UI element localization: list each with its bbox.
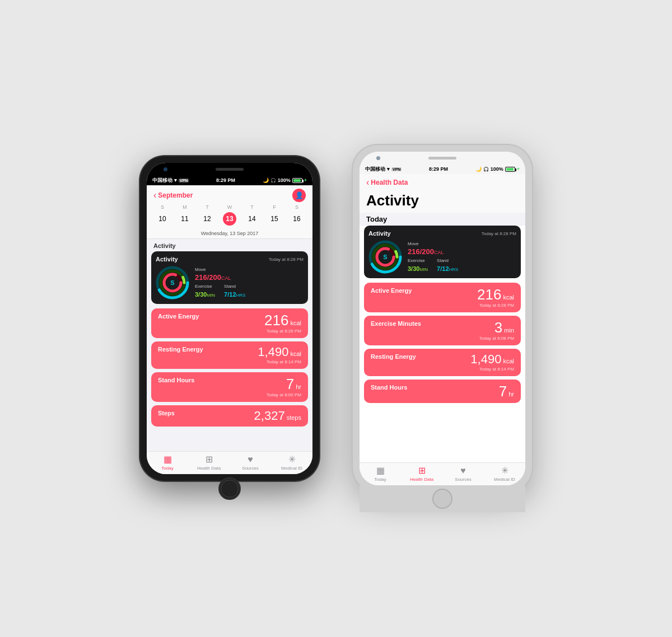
cal-date-12[interactable]: 12 xyxy=(200,212,214,226)
w-exercise-minutes-value: 3 min xyxy=(479,320,514,335)
profile-icon[interactable]: 👤 xyxy=(292,189,306,202)
w-exercise-minutes-label: Exercise Minutes xyxy=(371,320,421,327)
cal-date-10[interactable]: 10 xyxy=(156,212,169,226)
tab-today[interactable]: ▦ Today xyxy=(147,454,188,471)
move-label-white: Move xyxy=(408,241,516,246)
battery-icon xyxy=(292,178,302,183)
activity-card[interactable]: Activity Today at 8:28 PM xyxy=(151,251,308,304)
activity-card-title: Activity xyxy=(156,256,178,263)
tab-sources[interactable]: ♥ Sources xyxy=(230,455,271,471)
home-button-area xyxy=(360,485,525,512)
today-icon: ▦ xyxy=(164,454,172,465)
cal-date-11[interactable]: 11 xyxy=(178,212,192,226)
wifi-icon: ▾ xyxy=(174,177,177,183)
activity-section-label: Activity xyxy=(147,239,312,251)
svg-text:S: S xyxy=(170,279,174,286)
w-tab-medical-id[interactable]: ✳ Medical ID xyxy=(484,465,525,482)
back-button-white[interactable]: Health Data xyxy=(366,177,408,188)
svg-text:S: S xyxy=(383,254,387,260)
back-label: September xyxy=(158,191,193,199)
activity-card-title-white: Activity xyxy=(368,230,391,237)
nav-header-white: Health Data xyxy=(360,174,525,190)
metric-stand-hours[interactable]: Stand Hours 7 hr Today at 8:00 PM xyxy=(151,372,308,402)
tab-medical-id[interactable]: ✳ Medical ID xyxy=(271,454,312,471)
w-metric-exercise-minutes[interactable]: Exercise Minutes 3 min Today at 6:08 PM xyxy=(364,316,521,345)
activity-card-white[interactable]: Activity Today at 8:28 PM S xyxy=(364,226,521,278)
exercise-stat-white: Exercise 3/30MIN xyxy=(408,258,428,273)
battery-percent-white: 100% xyxy=(491,166,503,172)
w-stand-hours-label: Stand Hours xyxy=(371,384,407,391)
w-active-energy-time: Today at 8:28 PM xyxy=(477,303,514,308)
moon-icon: 🌙 xyxy=(263,177,269,183)
activity-card-time-white: Today at 8:28 PM xyxy=(482,231,516,236)
health-data-icon: ⊞ xyxy=(206,454,213,465)
page-title-white: Activity xyxy=(360,190,525,213)
wifi-icon-white: ▾ xyxy=(387,166,390,172)
metric-resting-energy[interactable]: Resting Energy 1,490 kcal Today at 8:14 … xyxy=(151,341,308,369)
tab-health-data[interactable]: ⊞ Health Data xyxy=(188,454,230,471)
cal-date-13-today[interactable]: 13 xyxy=(223,212,236,226)
time: 8:29 PM xyxy=(216,177,235,183)
stand-stat-white: Stand 7/12HRS xyxy=(437,258,458,273)
metric-active-energy[interactable]: Active Energy 216 kcal Today at 8:28 PM xyxy=(151,308,308,338)
move-label: Move xyxy=(195,267,304,272)
calendar-grid: S M T W T F S 10 11 12 13 14 15 16 xyxy=(147,204,312,229)
status-bar-white: 中国移动 ▾ VPN 8:29 PM 🌙 🎧 100% + xyxy=(360,164,525,174)
activity-card-time: Today at 8:28 PM xyxy=(269,257,304,262)
battery-percent: 100% xyxy=(278,177,291,183)
carrier-white: 中国移动 xyxy=(365,166,385,173)
speaker xyxy=(216,168,244,171)
exercise-stat: Exercise 3/30MIN xyxy=(195,284,215,299)
medical-id-icon: ✳ xyxy=(288,454,296,465)
active-energy-value: 216 kcal xyxy=(264,313,301,327)
status-bar: 中国移动 ▾ VPN 8:29 PM 🌙 🎧 100% + xyxy=(147,175,312,185)
activity-rings-white: S xyxy=(368,240,402,274)
dark-phone: 中国移动 ▾ VPN 8:29 PM 🌙 🎧 100% + xyxy=(140,156,319,481)
w-exercise-minutes-time: Today at 6:08 PM xyxy=(479,336,514,341)
stand-hours-value: 7 hr xyxy=(267,377,301,391)
steps-value: 2,327 steps xyxy=(254,410,301,422)
move-value-white: 216/200CAL xyxy=(408,246,516,256)
cal-date-16[interactable]: 16 xyxy=(290,212,304,226)
vpn-badge-white: VPN xyxy=(391,167,402,171)
back-label-white: Health Data xyxy=(371,179,408,186)
tab-bar-white: ▦ Today ⊞ Health Data ♥ Sources ✳ Medica… xyxy=(360,462,525,485)
home-button-white[interactable] xyxy=(432,489,452,509)
w-metric-active-energy[interactable]: Active Energy 216 kcal Today at 8:28 PM xyxy=(364,283,521,312)
stand-hours-time: Today at 8:00 PM xyxy=(267,392,301,397)
day-m: M xyxy=(174,204,196,210)
resting-energy-label: Resting Energy xyxy=(158,346,203,353)
day-w: W xyxy=(218,204,241,210)
w-tab-today[interactable]: ▦ Today xyxy=(360,465,401,482)
charge-icon: + xyxy=(304,177,307,183)
w-active-energy-value: 216 kcal xyxy=(477,287,514,302)
w-metric-stand-hours[interactable]: Stand Hours 7 hr xyxy=(364,380,521,403)
cal-date-14[interactable]: 14 xyxy=(245,212,259,226)
w-metric-resting-energy[interactable]: Resting Energy 1,490 kcal Today at 8:14 … xyxy=(364,349,521,376)
day-f: F xyxy=(263,204,286,210)
home-button-inner xyxy=(221,480,239,498)
activity-rings: S xyxy=(156,266,189,299)
camera-white xyxy=(376,156,380,160)
headphone-icon: 🎧 xyxy=(270,178,276,183)
metric-steps[interactable]: Steps 2,327 steps xyxy=(151,405,308,427)
home-button-dark[interactable] xyxy=(218,477,241,500)
steps-label: Steps xyxy=(158,410,175,416)
stand-hours-label: Stand Hours xyxy=(158,377,194,383)
w-today-icon: ▦ xyxy=(376,465,385,476)
sources-icon: ♥ xyxy=(248,455,253,465)
back-button[interactable]: September xyxy=(153,190,193,200)
w-tab-sources[interactable]: ♥ Sources xyxy=(442,466,484,482)
chevron-left-icon-white xyxy=(366,177,369,188)
active-energy-label: Active Energy xyxy=(158,313,199,320)
time-white: 8:29 PM xyxy=(429,166,448,172)
move-value: 216/200CAL xyxy=(195,272,304,282)
w-medical-id-icon: ✳ xyxy=(501,465,508,476)
carrier: 中国移动 xyxy=(152,177,172,184)
w-tab-health-data[interactable]: ⊞ Health Data xyxy=(401,465,442,482)
day-t1: T xyxy=(196,204,218,210)
stand-stat: Stand 7/12HRS xyxy=(224,284,245,299)
active-energy-time: Today at 8:28 PM xyxy=(264,329,301,334)
cal-date-15[interactable]: 15 xyxy=(268,212,281,226)
w-sources-icon: ♥ xyxy=(460,466,466,476)
